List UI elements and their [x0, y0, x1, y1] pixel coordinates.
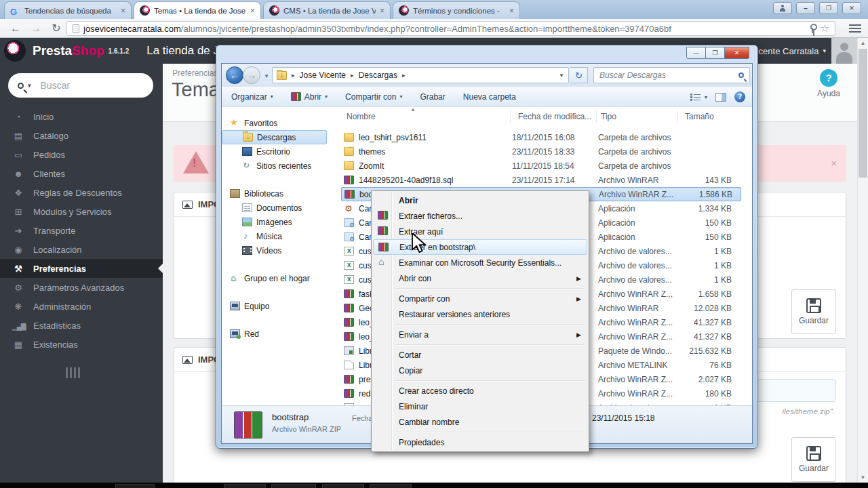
- sidebar-item[interactable]: Clientes: [0, 164, 163, 183]
- column-header-name[interactable]: Nombre: [341, 110, 511, 123]
- burn-button[interactable]: Grabar: [420, 92, 445, 102]
- sidebar-item[interactable]: Reglas de Descuentos: [0, 183, 163, 202]
- sidebar-item[interactable]: Administración: [0, 297, 163, 316]
- sidebar-item[interactable]: Preferencias: [0, 259, 163, 278]
- help-icon[interactable]: [734, 92, 745, 102]
- breadcrumb-item[interactable]: Jose Vicente: [287, 70, 346, 80]
- organize-button[interactable]: Organizar: [231, 92, 273, 102]
- tab-close-icon[interactable]: [250, 6, 255, 16]
- taskbar-edge[interactable]: [0, 483, 868, 488]
- refresh-button[interactable]: [570, 67, 588, 83]
- back-button[interactable]: [226, 66, 243, 84]
- close-button[interactable]: ✕: [725, 47, 749, 59]
- sidebar-item[interactable]: Catálogo: [0, 126, 163, 145]
- sidebar-item[interactable]: Parámetros Avanzados: [0, 278, 163, 297]
- user-menu[interactable]: Vicente Carratala: [751, 38, 826, 64]
- tree-item[interactable]: Descargas: [222, 130, 327, 144]
- sidebar-item[interactable]: Transporte: [0, 221, 163, 240]
- chevron-right-icon[interactable]: [402, 72, 406, 79]
- preview-pane-icon[interactable]: [715, 93, 726, 102]
- sidebar-item[interactable]: Localización: [0, 240, 163, 259]
- tree-item[interactable]: Grupo en el hogar: [222, 271, 330, 285]
- scrollbar-thumb[interactable]: [859, 49, 867, 178]
- tree-item[interactable]: Red: [222, 327, 330, 341]
- browser-tab[interactable]: CMS • La tienda de Jose V: [263, 1, 391, 19]
- explorer-search-input[interactable]: Buscar Descargas: [593, 67, 750, 83]
- context-menu-item[interactable]: Cortar: [373, 347, 587, 363]
- maximize-button[interactable]: ❐: [706, 47, 725, 59]
- tree-item[interactable]: Imágenes: [222, 215, 330, 229]
- sidebar-item[interactable]: Pedidos: [0, 145, 163, 164]
- forward-icon[interactable]: →: [28, 21, 43, 36]
- address-bar[interactable]: Jose VicenteDescargas: [272, 67, 569, 83]
- tree-item[interactable]: Escritorio: [222, 144, 330, 159]
- tab-close-icon[interactable]: [380, 6, 384, 16]
- address-dropdown-icon[interactable]: [559, 73, 564, 79]
- tree-item[interactable]: Música: [222, 229, 330, 243]
- tree-item[interactable]: Favoritos: [222, 116, 330, 130]
- back-icon[interactable]: ←: [8, 21, 23, 36]
- tree-item[interactable]: Vídeos: [222, 243, 330, 258]
- prestashop-logo-icon[interactable]: [4, 40, 26, 62]
- minimize-button[interactable]: —: [686, 47, 706, 59]
- context-menu-item[interactable]: Abrir con: [373, 270, 587, 286]
- context-menu-item[interactable]: Abrir: [373, 192, 587, 208]
- context-menu-item[interactable]: Extraer aquí: [373, 224, 587, 239]
- context-menu-item[interactable]: Cambiar nombre: [373, 414, 587, 430]
- save-button[interactable]: Guardar: [791, 437, 836, 482]
- sidebar-collapse-handle[interactable]: [66, 367, 80, 378]
- tab-close-icon[interactable]: [121, 6, 125, 16]
- tree-item[interactable]: Documentos: [222, 201, 330, 215]
- admin-search-input[interactable]: Buscar: [8, 73, 153, 98]
- file-row[interactable]: 1448295201-40ad9f18.sql 23/11/2015 17:14…: [341, 173, 741, 187]
- breadcrumb-item[interactable]: Descargas: [346, 70, 397, 80]
- chrome-menu-icon[interactable]: [849, 24, 861, 33]
- file-row[interactable]: leo_tshirt_psv1611 18/11/2015 16:08 Carp…: [341, 130, 741, 144]
- tree-item[interactable]: Sitios recientes: [222, 159, 330, 173]
- bookmark-star-icon[interactable]: [821, 22, 829, 35]
- new-folder-button[interactable]: Nueva carpeta: [463, 92, 516, 102]
- context-menu-item[interactable]: Eliminar: [373, 399, 587, 414]
- column-header-size[interactable]: Tamaño: [678, 110, 741, 123]
- scroll-down-icon[interactable]: [858, 474, 868, 481]
- sidebar-item[interactable]: Módulos y Servicios: [0, 202, 163, 221]
- context-menu-item[interactable]: Extraer en bootstrap\: [373, 239, 587, 255]
- context-menu-item[interactable]: Enviar a: [373, 327, 587, 342]
- file-row[interactable]: themes 23/11/2015 18:33 Carpeta de archi…: [341, 144, 741, 159]
- context-menu-item[interactable]: Restaurar versiones anteriores: [373, 306, 587, 322]
- context-menu-item[interactable]: Extraer ficheros...: [373, 208, 587, 224]
- sidebar-item[interactable]: Estadísticas: [0, 316, 163, 335]
- maximize-button[interactable]: [819, 2, 838, 14]
- minimize-button[interactable]: [796, 2, 815, 14]
- url-bar[interactable]: josevicentecarratala.com/alumnos/jvicent…: [66, 21, 835, 36]
- profile-button[interactable]: [773, 2, 792, 14]
- avatar[interactable]: [831, 38, 857, 64]
- alert-close-icon[interactable]: [831, 157, 837, 169]
- browser-tab[interactable]: Tendencias de búsqueda: [4, 1, 132, 19]
- browser-tab[interactable]: Términos y condiciones -: [393, 1, 520, 19]
- tree-item[interactable]: Equipo: [222, 299, 330, 313]
- tree-item[interactable]: Bibliotecas: [222, 186, 330, 201]
- browser-tab[interactable]: Temas • La tienda de Jose: [134, 1, 261, 19]
- context-menu-item[interactable]: Compartir con: [373, 291, 587, 306]
- password-key-icon[interactable]: [808, 24, 816, 33]
- sidebar-item[interactable]: Existencias: [0, 335, 163, 354]
- reload-icon[interactable]: ↻: [49, 21, 64, 36]
- help-button[interactable]: Ayuda: [812, 69, 845, 98]
- file-row[interactable]: ZoomIt 11/11/2015 18:54 Carpeta de archi…: [341, 159, 741, 173]
- page-scrollbar[interactable]: [857, 38, 868, 483]
- sidebar-item[interactable]: Inicio: [0, 107, 163, 126]
- tab-close-icon[interactable]: [509, 6, 514, 16]
- context-menu-item[interactable]: Propiedades: [373, 434, 587, 450]
- forward-button[interactable]: [243, 66, 260, 84]
- scroll-up-icon[interactable]: [858, 40, 868, 46]
- context-menu-item[interactable]: Crear acceso directo: [373, 383, 587, 399]
- context-menu-item[interactable]: Copiar: [373, 363, 587, 378]
- open-button[interactable]: Abrir: [291, 92, 328, 102]
- save-button[interactable]: Guardar: [791, 289, 836, 334]
- context-menu-item[interactable]: Examinar con Microsoft Security Essentia…: [373, 255, 587, 270]
- close-button[interactable]: [842, 2, 861, 14]
- share-button[interactable]: Compartir con: [345, 92, 402, 102]
- history-chevron-icon[interactable]: [264, 73, 269, 79]
- column-header-type[interactable]: Tipo: [597, 110, 678, 123]
